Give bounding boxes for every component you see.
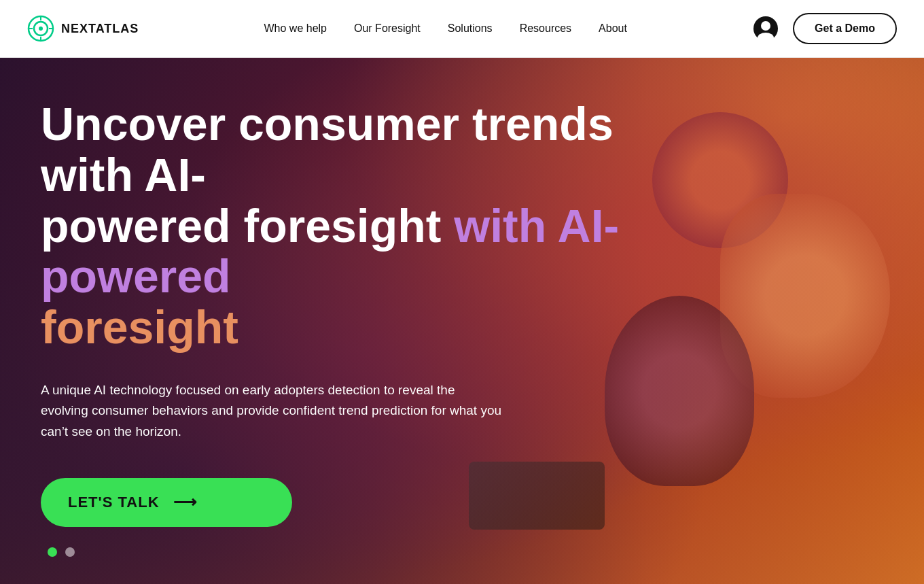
headline-line-2: powered foresight with AI-powered (41, 201, 652, 303)
headline-white-text-2: powered foresight (41, 200, 454, 252)
hero-subtitle: A unique AI technology focused on early … (41, 380, 503, 442)
lets-talk-label: LET'S TALK (68, 494, 160, 511)
headline-white-text: Uncover consumer trends with AI- (41, 98, 614, 201)
get-demo-button[interactable]: Get a Demo (793, 13, 897, 44)
hero-text-block: Uncover consumer trends with AI- powered… (41, 99, 652, 442)
nav-item-about[interactable]: About (599, 22, 627, 35)
nav-link-solutions[interactable]: Solutions (448, 22, 493, 34)
logo-icon (27, 15, 54, 42)
navbar: NEXTATLAS Who we help Our Foresight Solu… (0, 0, 924, 58)
headline-line-3: foresight (41, 302, 652, 353)
nav-links: Who we help Our Foresight Solutions Reso… (264, 22, 626, 35)
nav-link-who-we-help[interactable]: Who we help (264, 22, 327, 34)
svg-point-2 (39, 27, 43, 31)
logo-text: NEXTATLAS (61, 22, 139, 36)
nav-link-resources[interactable]: Resources (520, 22, 571, 34)
hero-section: NEXTATLAS Who we help Our Foresight Solu… (0, 0, 924, 584)
nav-item-who-we-help[interactable]: Who we help (264, 22, 327, 35)
lets-talk-button[interactable]: LET'S TALK ⟶ (41, 478, 292, 527)
account-icon[interactable] (752, 15, 779, 42)
nav-link-our-foresight[interactable]: Our Foresight (354, 22, 421, 34)
nav-item-resources[interactable]: Resources (520, 22, 571, 35)
hero-headline: Uncover consumer trends with AI- powered… (41, 99, 652, 353)
hero-bottom: LET'S TALK ⟶ (41, 478, 883, 557)
carousel-dot-1[interactable] (48, 547, 57, 557)
carousel-dot-2[interactable] (65, 547, 75, 557)
nav-link-about[interactable]: About (599, 22, 627, 34)
nav-item-solutions[interactable]: Solutions (448, 22, 493, 35)
headline-orange-text: foresight (41, 301, 238, 353)
arrow-right-icon: ⟶ (173, 493, 197, 512)
nav-right: Get a Demo (752, 13, 897, 44)
headline-line-1: Uncover consumer trends with AI- (41, 99, 652, 201)
logo-link[interactable]: NEXTATLAS (27, 15, 139, 42)
svg-point-8 (761, 21, 770, 31)
carousel-dots (41, 547, 883, 557)
hero-content: Uncover consumer trends with AI- powered… (0, 58, 924, 584)
nav-item-our-foresight[interactable]: Our Foresight (354, 22, 421, 35)
